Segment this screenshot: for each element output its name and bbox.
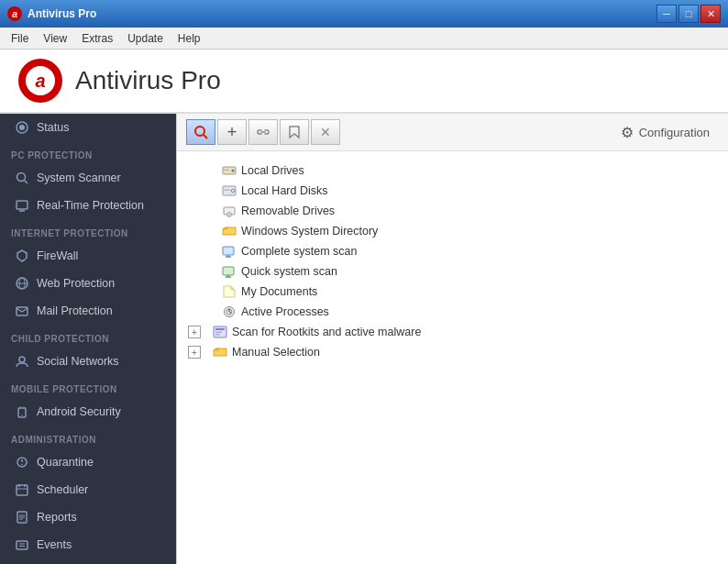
tree-item-windows-dir[interactable]: Windows System Directory xyxy=(184,221,721,241)
quarantine-icon xyxy=(15,455,29,470)
my-documents-label: My Documents xyxy=(241,285,317,298)
scan-button[interactable] xyxy=(186,119,215,145)
svg-point-2 xyxy=(17,173,26,182)
reports-icon xyxy=(15,510,29,525)
mail-protection-label: Mail Protection xyxy=(37,304,113,317)
events-label: Events xyxy=(37,538,72,551)
tree-item-my-documents[interactable]: My Documents xyxy=(184,282,721,302)
section-label-admin: ADMINISTRATION xyxy=(0,426,176,448)
window-title: Antivirus Pro xyxy=(28,7,96,20)
active-processes-label: Active Processes xyxy=(241,305,329,318)
svg-rect-4 xyxy=(17,201,28,209)
menu-file[interactable]: File xyxy=(4,29,36,48)
web-protection-label: Web Protection xyxy=(37,277,115,290)
app-logo: a xyxy=(18,59,62,103)
menu-extras[interactable]: Extras xyxy=(74,29,120,48)
content-area: + ✕ ⚙ Configuration xyxy=(176,114,728,564)
complete-scan-label: Complete system scan xyxy=(241,245,357,258)
system-scanner-icon xyxy=(15,171,29,185)
title-bar: a Antivirus Pro ─ □ ✕ xyxy=(0,0,728,28)
tree-item-manual-selection[interactable]: + Manual Selection xyxy=(184,342,721,362)
tree-item-removable-drives[interactable]: Removable Drives xyxy=(184,201,721,221)
my-documents-icon xyxy=(221,284,237,299)
android-icon xyxy=(15,404,29,419)
content-toolbar: + ✕ ⚙ Configuration xyxy=(177,114,728,151)
realtime-label: Real-Time Protection xyxy=(37,199,144,212)
svg-line-3 xyxy=(25,181,28,184)
sidebar-item-events[interactable]: Events xyxy=(0,531,176,558)
config-label: Configuration xyxy=(639,126,710,139)
tree-item-complete-scan[interactable]: Complete system scan xyxy=(184,241,721,261)
android-label: Android Security xyxy=(37,405,121,418)
windows-dir-label: Windows System Directory xyxy=(241,225,378,238)
link-button[interactable] xyxy=(248,119,278,145)
realtime-icon xyxy=(15,198,29,213)
sidebar-item-social-networks[interactable]: Social Networks xyxy=(0,348,176,375)
minimize-button[interactable]: ─ xyxy=(656,5,677,23)
reports-label: Reports xyxy=(37,511,77,524)
local-hard-disks-label: Local Hard Disks xyxy=(241,184,327,197)
title-bar-left: a Antivirus Pro xyxy=(7,6,96,21)
app-icon-small: a xyxy=(7,6,22,21)
close-button[interactable]: ✕ xyxy=(700,5,721,23)
rootkits-icon xyxy=(212,325,228,339)
menu-help[interactable]: Help xyxy=(171,29,208,48)
menu-bar: File View Extras Update Help xyxy=(0,28,728,50)
expand-manual[interactable]: + xyxy=(188,346,201,359)
quick-scan-label: Quick system scan xyxy=(241,265,337,278)
sidebar-item-android[interactable]: Android Security xyxy=(0,398,176,426)
cancel-button[interactable]: ✕ xyxy=(311,119,340,145)
expand-rootkits[interactable]: + xyxy=(188,326,201,338)
sidebar-item-realtime[interactable]: Real-Time Protection xyxy=(0,192,176,219)
svg-point-40 xyxy=(228,214,230,216)
scheduler-icon xyxy=(15,482,29,497)
windows-dir-icon xyxy=(221,224,237,238)
tree-item-local-hard-disks[interactable]: Local Hard Disks xyxy=(184,181,721,201)
sidebar-item-mail-protection[interactable]: Mail Protection xyxy=(0,297,176,325)
menu-view[interactable]: View xyxy=(36,29,74,48)
tree-item-quick-scan[interactable]: Quick system scan xyxy=(184,261,721,282)
sidebar: Status PC PROTECTION System Scanner Real… xyxy=(0,114,176,564)
svg-rect-52 xyxy=(215,328,225,330)
svg-point-29 xyxy=(195,127,204,136)
quick-scan-icon xyxy=(221,264,237,279)
menu-update[interactable]: Update xyxy=(120,29,171,48)
tree-item-active-processes[interactable]: Active Processes xyxy=(184,302,721,322)
svg-rect-53 xyxy=(215,332,222,334)
sidebar-item-system-scanner[interactable]: System Scanner xyxy=(0,164,176,192)
sidebar-item-status[interactable]: Status xyxy=(0,114,176,141)
sidebar-item-quarantine[interactable]: Quarantine xyxy=(0,448,176,476)
firewall-label: FireWall xyxy=(37,249,78,262)
local-drives-label: Local Drives xyxy=(241,164,304,177)
sidebar-item-reports[interactable]: Reports xyxy=(0,503,176,531)
manual-selection-label: Manual Selection xyxy=(232,346,320,359)
removable-drives-label: Removable Drives xyxy=(241,205,335,217)
main-layout: Status PC PROTECTION System Scanner Real… xyxy=(0,114,728,564)
add-button[interactable]: + xyxy=(217,119,247,145)
maximize-button[interactable]: □ xyxy=(678,5,699,23)
sidebar-item-web-protection[interactable]: Web Protection xyxy=(0,270,176,297)
logo-letter: a xyxy=(35,71,45,92)
svg-point-10 xyxy=(19,357,25,362)
section-label-pc: PC PROTECTION xyxy=(0,141,176,164)
sidebar-item-scheduler[interactable]: Scheduler xyxy=(0,476,176,503)
bookmark-button[interactable] xyxy=(280,119,309,145)
manual-selection-icon xyxy=(212,345,228,359)
rootkits-label: Scan for Rootkits and active malware xyxy=(232,326,421,338)
config-icon: ⚙ xyxy=(621,124,634,141)
svg-rect-26 xyxy=(17,541,28,549)
svg-point-33 xyxy=(232,170,235,172)
tree-item-scan-rootkits[interactable]: + Scan for Rootkits and active malware xyxy=(184,322,721,342)
tree-item-local-drives[interactable]: Local Drives xyxy=(184,160,721,181)
section-label-internet: INTERNET PROTECTION xyxy=(0,219,176,242)
svg-rect-44 xyxy=(223,267,234,275)
configuration-button[interactable]: ⚙ Configuration xyxy=(612,120,719,145)
events-icon xyxy=(15,537,29,552)
sidebar-item-firewall[interactable]: FireWall xyxy=(0,242,176,270)
firewall-icon xyxy=(15,249,29,263)
svg-rect-34 xyxy=(224,170,229,171)
section-label-child: CHILD PROTECTION xyxy=(0,325,176,348)
social-networks-label: Social Networks xyxy=(37,355,119,368)
svg-point-14 xyxy=(21,415,23,416)
svg-point-1 xyxy=(19,125,25,130)
